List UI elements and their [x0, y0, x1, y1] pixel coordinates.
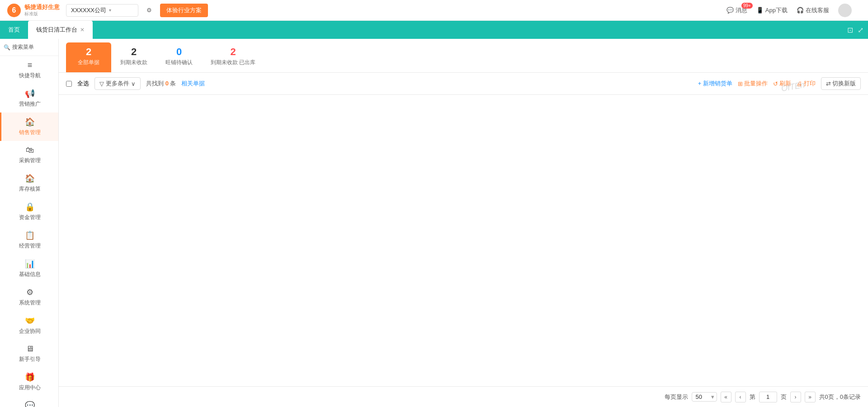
company-name: XXXXXX公司 — [71, 6, 106, 14]
finance-icon: 🔒 — [25, 202, 35, 212]
stat-tab-overdue[interactable]: 2 到期未收款 — [111, 42, 156, 72]
first-page-button[interactable]: « — [721, 392, 731, 402]
sidebar-item-weixin[interactable]: 💬 企业微信 — [0, 396, 58, 407]
stat-tab-pending[interactable]: 0 旺铺待确认 — [156, 42, 202, 72]
print-icon: 🖨 — [797, 80, 802, 87]
select-all-label: 全选 — [77, 80, 89, 88]
sidebar-item-purchase[interactable]: 🛍 采购管理 — [0, 141, 58, 169]
stat-label-out: 到期未收款 已出库 — [211, 59, 255, 66]
logo-icon: 6 — [7, 4, 21, 17]
sidebar-item-app-center[interactable]: 🎁 应用中心 — [0, 368, 58, 396]
minimize-icon[interactable]: ⊡ — [847, 26, 853, 34]
sidebar-item-guide[interactable]: 🖥 新手引导 — [0, 340, 58, 368]
prev-page-button[interactable]: ‹ — [735, 392, 746, 402]
basic-info-icon: 📊 — [25, 259, 35, 269]
inventory-icon: 🏠 — [25, 173, 35, 183]
sidebar-item-label: 经营管理 — [19, 242, 41, 250]
tab-close-icon[interactable]: ✕ — [80, 27, 85, 33]
print-button[interactable]: 🖨 打印 — [797, 80, 816, 88]
refresh-button[interactable]: ↺ 刷新 — [773, 80, 791, 88]
company-selector[interactable]: XXXXXX公司 ▾ — [66, 4, 138, 17]
sidebar-item-inventory[interactable]: 🏠 库存核算 — [0, 169, 58, 197]
stat-label-all: 全部单据 — [78, 59, 99, 66]
quick-nav-icon: ≡ — [28, 61, 33, 70]
sidebar-item-quick-nav[interactable]: ≡ 快捷导航 — [0, 56, 58, 84]
filter-icon: ▽ — [99, 80, 104, 87]
page-label: 第 — [750, 393, 755, 401]
select-all-checkbox[interactable] — [66, 81, 72, 87]
switch-version-button[interactable]: ⇄ 切换新版 — [821, 77, 861, 90]
logo-text: 畅捷通好生意 标准版 — [24, 4, 60, 17]
enterprise-icon: 🤝 — [25, 316, 35, 326]
weixin-icon: 💬 — [25, 401, 35, 407]
expand-icon[interactable]: ⤢ — [858, 26, 863, 34]
sidebar-item-marketing[interactable]: 📢 营销推广 — [0, 84, 58, 112]
purchase-icon: 🛍 — [26, 145, 34, 155]
found-unit: 条 — [170, 80, 176, 87]
refresh-icon: ↺ — [773, 80, 778, 87]
add-sales-button[interactable]: + 新增销货单 — [698, 80, 732, 88]
tab-home-label: 首页 — [8, 26, 20, 34]
batch-operation-button[interactable]: ⊞ 批量操作 — [738, 80, 768, 88]
sidebar-search-label: 搜索菜单 — [12, 43, 34, 51]
guide-icon: 🖥 — [26, 344, 34, 354]
sidebar-item-basic-info[interactable]: 📊 基础信息 — [0, 254, 58, 283]
app-center-icon: 🎁 — [25, 372, 35, 382]
logo-sub: 标准版 — [24, 11, 60, 17]
last-page-button[interactable]: » — [805, 392, 816, 402]
found-text: 共找到 0 条 — [146, 80, 176, 88]
sidebar-item-label: 销售管理 — [19, 129, 41, 136]
table-area — [59, 95, 868, 386]
stat-label-pending: 旺铺待确认 — [165, 59, 193, 66]
tab-home[interactable]: 首页 — [0, 21, 28, 39]
filter-button[interactable]: ▽ 更多条件 ∨ — [94, 77, 141, 90]
sidebar: 🔍 搜索菜单 ≡ 快捷导航 📢 营销推广 🏠 销售管理 🛍 采购管理 🏠 库存核… — [0, 39, 59, 407]
found-prefix: 共找到 — [146, 80, 164, 87]
avatar[interactable] — [838, 4, 852, 17]
search-icon: 🔍 — [4, 44, 10, 51]
app-download-button[interactable]: 📱 App下载 — [756, 6, 788, 14]
tab-bar: 首页 钱货日清工作台 ✕ ⊡ ⤢ — [0, 21, 868, 39]
page-number-input[interactable] — [759, 392, 777, 402]
message-button[interactable]: 💬 消息 99+ — [726, 6, 747, 14]
switch-label: 切换新版 — [832, 80, 856, 88]
sidebar-item-enterprise[interactable]: 🤝 企业协同 — [0, 311, 58, 340]
experience-button[interactable]: 体验行业方案 — [160, 4, 208, 17]
sidebar-item-label: 库存核算 — [19, 185, 41, 193]
header-right: 💬 消息 99+ 📱 App下载 🎧 在线客服 — [726, 4, 861, 17]
sidebar-item-system[interactable]: ⚙ 系统管理 — [0, 283, 58, 311]
sidebar-item-label: 系统管理 — [19, 299, 41, 307]
marketing-icon: 📢 — [25, 89, 35, 98]
stat-tab-all[interactable]: 2 全部单据 — [66, 42, 111, 72]
system-icon: ⚙ — [26, 287, 33, 297]
first-page-icon: « — [724, 394, 727, 400]
print-label: 打印 — [804, 80, 816, 88]
pagination-summary: 共0页，0条记录 — [819, 393, 861, 401]
prev-page-icon: ‹ — [740, 394, 741, 400]
sidebar-item-sales[interactable]: 🏠 销售管理 — [0, 112, 58, 141]
page-size-select[interactable]: 50 100 200 — [692, 392, 717, 402]
sidebar-item-label: 采购管理 — [19, 157, 41, 164]
operations-icon: 📋 — [25, 230, 35, 240]
sidebar-item-label: 新手引导 — [19, 356, 41, 363]
stat-label-overdue: 到期未收款 — [120, 59, 147, 66]
related-link[interactable]: 相关单据 — [181, 80, 205, 88]
online-service-label: 在线客服 — [806, 6, 829, 14]
sidebar-item-finance[interactable]: 🔒 资金管理 — [0, 197, 58, 226]
sidebar-item-operations[interactable]: 📋 经营管理 — [0, 226, 58, 254]
toolbar-right: + 新增销货单 ⊞ 批量操作 ↺ 刷新 🖨 打印 ⇄ 切换新版 — [698, 77, 861, 90]
online-service-button[interactable]: 🎧 在线客服 — [797, 6, 829, 14]
page-unit: 页 — [781, 393, 787, 401]
sidebar-search[interactable]: 🔍 搜索菜单 — [0, 39, 58, 56]
tab-work-label: 钱货日清工作台 — [36, 26, 77, 34]
sidebar-item-label: 应用中心 — [19, 384, 41, 392]
stats-tabs: 2 全部单据 2 到期未收款 0 旺铺待确认 2 到期未收款 已出库 — [59, 39, 868, 73]
stat-tab-out[interactable]: 2 到期未收款 已出库 — [202, 42, 264, 72]
logo-main: 畅捷通好生意 — [24, 4, 60, 11]
stat-count-all: 2 — [86, 46, 91, 58]
filter-arrow-icon: ∨ — [131, 80, 136, 87]
tab-work[interactable]: 钱货日清工作台 ✕ — [28, 21, 93, 39]
next-page-button[interactable]: › — [790, 392, 801, 402]
settings-icon[interactable]: ⚙ — [143, 4, 156, 17]
sidebar-item-label: 资金管理 — [19, 214, 41, 221]
